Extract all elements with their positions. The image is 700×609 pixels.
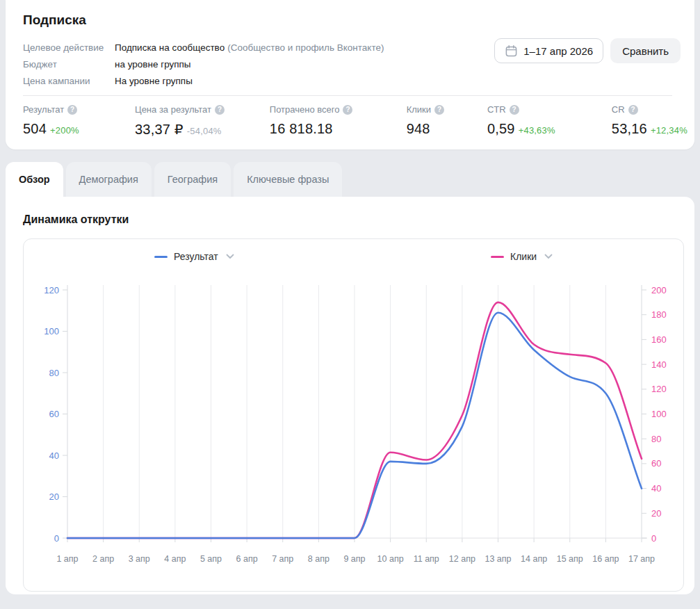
stat-value: 33,37 ₽ xyxy=(135,122,184,137)
svg-text:180: 180 xyxy=(651,309,667,320)
stat-block: CTR?0,59+43,63% xyxy=(487,102,612,138)
svg-text:10 апр: 10 апр xyxy=(377,554,404,564)
svg-text:20: 20 xyxy=(49,492,59,502)
stat-delta: +12,34% xyxy=(651,125,687,136)
svg-text:2 апр: 2 апр xyxy=(92,554,114,564)
stat-block: CR?53,16+12,34% xyxy=(612,102,687,138)
stat-value: 16 818.18 xyxy=(270,121,333,136)
svg-text:6 апр: 6 апр xyxy=(236,554,258,564)
field-value: на уровне группы xyxy=(115,59,191,70)
svg-text:100: 100 xyxy=(44,326,59,336)
stat-label-text: Результат xyxy=(23,104,64,115)
svg-text:16 апр: 16 апр xyxy=(592,554,619,564)
campaign-fields: Целевое действиеПодписка на сообщество(С… xyxy=(23,39,384,89)
date-range-button[interactable]: 1–17 апр 2026 xyxy=(494,38,603,63)
stat-label-text: CR xyxy=(612,104,625,115)
stat-label: CR? xyxy=(612,104,687,115)
svg-text:3 апр: 3 апр xyxy=(129,554,150,564)
stat-value: 504 xyxy=(23,121,47,136)
svg-text:80: 80 xyxy=(651,434,661,444)
field-row: Бюджетна уровне группы xyxy=(23,56,384,72)
header-controls: 1–17 апр 2026 Сравнить xyxy=(494,38,681,63)
tab-география[interactable]: География xyxy=(154,162,231,197)
line-chart: 1 апр2 апр3 апр4 апр5 апр6 апр7 апр8 апр… xyxy=(24,239,683,591)
svg-text:40: 40 xyxy=(49,450,59,461)
chart-section-title: Динамика открутки xyxy=(23,213,129,226)
help-icon[interactable]: ? xyxy=(343,105,352,115)
svg-text:1 апр: 1 апр xyxy=(56,554,78,564)
stat-delta: +200% xyxy=(50,125,79,136)
field-label: Цена кампании xyxy=(23,76,115,86)
svg-text:8 апр: 8 апр xyxy=(308,554,329,564)
stat-label-text: Цена за результат xyxy=(135,104,211,115)
stat-value-row: 33,37 ₽-54,04% xyxy=(135,121,270,138)
field-note: (Сообщество и профиль Вконтакте) xyxy=(227,42,384,53)
help-icon[interactable]: ? xyxy=(628,105,638,115)
stat-value-row: 504+200% xyxy=(23,121,135,137)
field-label: Целевое действие xyxy=(23,42,115,53)
stat-label: Клики? xyxy=(407,104,487,115)
stat-block: Цена за результат?33,37 ₽-54,04% xyxy=(135,102,270,138)
field-label: Бюджет xyxy=(23,59,115,70)
stat-delta: +43,63% xyxy=(519,125,555,136)
svg-text:5 апр: 5 апр xyxy=(200,554,222,564)
svg-text:40: 40 xyxy=(651,483,661,494)
svg-text:140: 140 xyxy=(651,359,667,370)
field-value: На уровне группы xyxy=(115,76,193,86)
stat-label-text: CTR xyxy=(487,104,506,115)
svg-text:15 апр: 15 апр xyxy=(557,554,583,564)
svg-text:160: 160 xyxy=(651,334,667,345)
svg-text:14 апр: 14 апр xyxy=(521,554,547,564)
chart-card: РезультатКлики 1 апр2 апр3 апр4 апр5 апр… xyxy=(23,238,684,592)
stat-label: Цена за результат? xyxy=(135,104,270,115)
stat-block: Потрачено всего?16 818.18 xyxy=(270,102,407,138)
help-icon[interactable]: ? xyxy=(67,105,77,115)
svg-text:100: 100 xyxy=(651,409,667,419)
stats-separator xyxy=(23,95,672,96)
stat-value-row: 0,59+43,63% xyxy=(487,121,612,137)
campaign-title: Подписка xyxy=(23,13,86,28)
field-row: Целевое действиеПодписка на сообщество(С… xyxy=(23,39,384,56)
stat-value-row: 948 xyxy=(407,121,487,137)
stats-row: Результат?504+200%Цена за результат?33,3… xyxy=(23,102,687,138)
tab-обзор[interactable]: Обзор xyxy=(6,162,63,197)
svg-text:4 апр: 4 апр xyxy=(164,554,186,564)
tab-демография[interactable]: Демография xyxy=(66,162,152,197)
stat-label: Результат? xyxy=(23,104,135,115)
help-icon[interactable]: ? xyxy=(510,105,519,115)
svg-text:11 апр: 11 апр xyxy=(414,554,439,564)
help-icon[interactable]: ? xyxy=(434,105,444,115)
stat-block: Клики?948 xyxy=(407,102,487,138)
stat-value-row: 16 818.18 xyxy=(270,121,407,137)
svg-text:200: 200 xyxy=(651,285,667,295)
svg-text:120: 120 xyxy=(44,285,59,295)
svg-text:13 апр: 13 апр xyxy=(485,554,511,564)
svg-text:60: 60 xyxy=(49,409,59,419)
svg-text:17 апр: 17 апр xyxy=(628,554,655,564)
compare-button[interactable]: Сравнить xyxy=(610,38,681,63)
calendar-icon xyxy=(505,44,518,58)
svg-text:0: 0 xyxy=(651,533,656,544)
tabs-bar: ОбзорДемографияГеографияКлючевые фразы xyxy=(6,162,342,197)
field-row: Цена кампанииНа уровне группы xyxy=(23,72,384,89)
overview-panel: Динамика открутки РезультатКлики 1 апр2 … xyxy=(6,197,694,594)
stat-value: 0,59 xyxy=(487,121,515,136)
svg-text:60: 60 xyxy=(651,458,661,469)
stat-value-row: 53,16+12,34% xyxy=(612,121,687,137)
svg-text:20: 20 xyxy=(651,508,661,519)
svg-text:9 апр: 9 апр xyxy=(343,554,365,564)
svg-text:80: 80 xyxy=(49,368,59,378)
tab-ключевые-фразы[interactable]: Ключевые фразы xyxy=(234,162,342,197)
vk-ads-campaign-stats-page: { "header": { "title": "Подписка", "fiel… xyxy=(0,0,700,609)
stat-label-text: Потрачено всего xyxy=(270,104,340,115)
campaign-header-card: Подписка Целевое действиеПодписка на соо… xyxy=(6,0,694,149)
stat-value: 948 xyxy=(407,121,430,136)
date-range-label: 1–17 апр 2026 xyxy=(523,45,593,57)
svg-text:7 апр: 7 апр xyxy=(272,554,293,564)
stat-delta: -54,04% xyxy=(187,126,222,136)
svg-text:12 апр: 12 апр xyxy=(449,554,475,564)
stat-label: CTR? xyxy=(487,104,612,115)
svg-text:0: 0 xyxy=(54,533,59,544)
stat-block: Результат?504+200% xyxy=(23,102,135,138)
help-icon[interactable]: ? xyxy=(215,105,225,115)
